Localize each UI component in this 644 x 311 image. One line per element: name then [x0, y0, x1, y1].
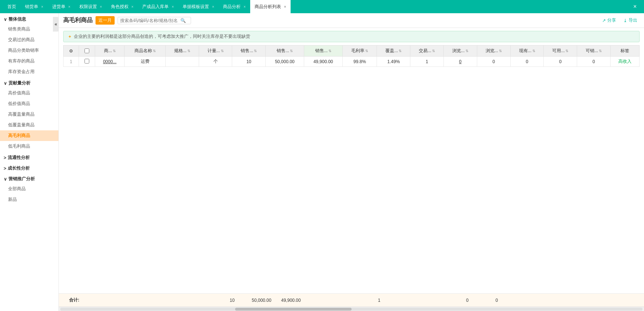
nav-tab-product-analysis-list[interactable]: 商品分析列表 × — [250, 0, 291, 13]
col-code[interactable]: 商... ⇅ — [95, 46, 125, 57]
sidebar: « ∨ 整体信息 销售类商品 交易过的商品 商品分类助销率 有库存的商品 库存资… — [0, 13, 59, 311]
cell-unit: 个 — [199, 57, 232, 67]
col-tag[interactable]: 标签 — [611, 46, 640, 57]
sidebar-item-high-margin[interactable]: 高毛利商品 — [0, 130, 58, 141]
top-nav: 首页 销货单 × 进货单 × 权限设置 × 角色授权 × 产成品入库单 × 单据… — [0, 0, 644, 13]
sidebar-item-low-coverage[interactable]: 低覆盖量商品 — [0, 120, 58, 130]
close-icon[interactable]: × — [284, 5, 286, 9]
sidebar-item-traded-goods[interactable]: 交易过的商品 — [0, 35, 58, 45]
select-all-checkbox[interactable] — [84, 48, 89, 53]
col-sales-profit[interactable]: 销售... ⇅ — [304, 46, 342, 57]
chevron-down-icon: ∨ — [4, 17, 7, 22]
col-sales-amount[interactable]: 销售... ⇅ — [266, 46, 304, 57]
export-button[interactable]: ⤓ 导出 — [621, 16, 640, 25]
col-coverage[interactable]: 覆盖... ⇅ — [377, 46, 410, 57]
cell-saleable-stock: 0 — [577, 57, 611, 67]
close-icon[interactable]: × — [172, 5, 174, 9]
col-saleable-stock[interactable]: 可销... ⇅ — [577, 46, 611, 57]
share-button[interactable]: ↗ 分享 — [600, 16, 618, 25]
footer-spacer3 — [195, 298, 217, 303]
info-banner: ✦ 企业的主要的利润都是这部分商品创造的，可考虑加大推广，同时关注库存是不要出现… — [63, 31, 640, 42]
scroll-track[interactable] — [60, 308, 643, 311]
sidebar-group-marketing[interactable]: ∨ 营销推广分析 — [0, 173, 58, 184]
footer-bar: 合计: 10 50,000.00 49,900.00 1 0 0 — [59, 293, 644, 307]
nav-tab-sales[interactable]: 销货单 × — [21, 0, 48, 13]
table-row: 1 0000... 运费 个 10 50,000.00 49,900.00 99… — [64, 57, 640, 67]
col-unit[interactable]: 计量... ⇅ — [199, 46, 232, 57]
col-settings[interactable]: ⚙ — [64, 46, 79, 57]
nav-tab-product-in[interactable]: 产成品入库单 × — [138, 0, 178, 13]
chevron-down-icon: ∨ — [4, 177, 7, 182]
horizontal-scrollbar[interactable] — [59, 307, 644, 311]
cell-available-stock: 0 — [544, 57, 577, 67]
sidebar-group-contribution[interactable]: ∨ 贡献量分析 — [0, 77, 58, 88]
col-current-stock[interactable]: 现有... ⇅ — [510, 46, 544, 57]
nav-tab-template[interactable]: 单据模板设置 × — [178, 0, 219, 13]
col-trade-count[interactable]: 交易... ⇅ — [410, 46, 444, 57]
window-close-button[interactable]: × — [629, 3, 641, 10]
close-icon[interactable]: × — [68, 5, 71, 9]
sidebar-item-new-goods[interactable]: 新品 — [0, 194, 58, 205]
sidebar-item-low-margin[interactable]: 低毛利商品 — [0, 141, 58, 152]
cell-coverage: 1.49% — [377, 57, 410, 67]
cell-browse1[interactable]: 0 — [444, 57, 477, 67]
cell-code[interactable]: 0000... — [95, 57, 125, 67]
col-gross-margin[interactable]: 毛利率 ⇅ — [342, 46, 377, 57]
search-input[interactable] — [120, 18, 179, 23]
cell-name: 运费 — [125, 57, 166, 67]
nav-tab-roles[interactable]: 角色授权 × — [107, 0, 138, 13]
close-icon[interactable]: × — [100, 5, 102, 9]
close-icon[interactable]: × — [212, 5, 214, 9]
search-icon[interactable]: 🔍 — [180, 18, 186, 23]
data-table: ⚙ 商... ⇅ — [63, 45, 640, 67]
sidebar-item-high-coverage[interactable]: 高覆盖量商品 — [0, 109, 58, 120]
content-header: 高毛利商品 近一月 🔍 ↗ 分享 ⤓ 导出 — [59, 13, 644, 28]
sort-icon: ⇅ — [532, 49, 535, 53]
col-checkbox-header[interactable] — [79, 46, 95, 57]
filter-recent-month-button[interactable]: 近一月 — [96, 16, 115, 25]
footer-spacer7 — [423, 298, 453, 303]
close-icon[interactable]: × — [41, 5, 43, 9]
sidebar-group-growth[interactable]: > 成长性分析 — [0, 162, 58, 173]
sidebar-item-all-goods[interactable]: 全部商品 — [0, 184, 58, 194]
sort-icon: ⇅ — [432, 49, 435, 53]
sort-icon: ⇅ — [187, 49, 190, 53]
footer-spacer6 — [394, 298, 423, 303]
nav-tab-permissions[interactable]: 权限设置 × — [75, 0, 107, 13]
search-box: 🔍 — [118, 17, 191, 24]
sidebar-item-category-rate[interactable]: 商品分类助销率 — [0, 45, 58, 56]
cell-checkbox[interactable] — [79, 57, 95, 67]
col-name[interactable]: 商品名称 ⇅ — [125, 46, 166, 57]
row-checkbox[interactable] — [84, 59, 89, 64]
col-sales-qty[interactable]: 销售... ⇅ — [232, 46, 266, 57]
col-spec[interactable]: 规格... ⇅ — [165, 46, 199, 57]
nav-tab-product-analysis[interactable]: 商品分析 × — [219, 0, 250, 13]
sort-icon: ⇅ — [399, 49, 402, 53]
nav-tab-home[interactable]: 首页 — [3, 0, 21, 13]
footer-current-stock: 0 — [453, 298, 482, 303]
export-icon: ⤓ — [623, 18, 627, 23]
sidebar-group-overall[interactable]: ∨ 整体信息 — [0, 13, 58, 24]
nav-tab-purchase[interactable]: 进货单 × — [48, 0, 75, 13]
sort-icon: ⇅ — [599, 49, 602, 53]
footer-label: 合计: — [63, 297, 85, 303]
footer-spacer4 — [306, 298, 335, 303]
sidebar-item-sales-goods[interactable]: 销售类商品 — [0, 24, 58, 35]
sidebar-collapse-button[interactable]: « — [53, 17, 59, 32]
sidebar-item-in-stock-goods[interactable]: 有库存的商品 — [0, 56, 58, 66]
sidebar-group-liquidity[interactable]: > 流通性分析 — [0, 152, 58, 162]
scroll-thumb[interactable] — [235, 308, 352, 311]
col-available-stock[interactable]: 可用... ⇅ — [544, 46, 577, 57]
sidebar-item-stock-capital[interactable]: 库存资金占用 — [0, 66, 58, 77]
close-icon[interactable]: × — [132, 5, 134, 9]
close-icon[interactable]: × — [244, 5, 246, 9]
col-browse2[interactable]: 浏览... ⇅ — [477, 46, 510, 57]
footer-sales-amount: 50,000.00 — [247, 298, 276, 303]
sidebar-item-high-value[interactable]: 高价值商品 — [0, 88, 58, 98]
col-browse1[interactable]: 浏览... ⇅ — [444, 46, 477, 57]
cell-trade-count: 1 — [410, 57, 444, 67]
sidebar-item-low-value[interactable]: 低价值商品 — [0, 98, 58, 109]
footer-trade-count: 1 — [364, 298, 394, 303]
sort-icon: ⇅ — [221, 49, 224, 53]
footer-cells: 10 50,000.00 49,900.00 1 0 0 — [85, 298, 640, 303]
